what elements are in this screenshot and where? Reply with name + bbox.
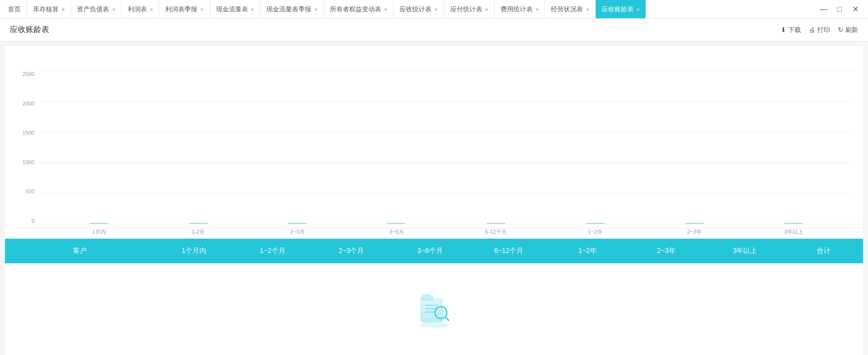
tab-profit[interactable]: 利润表 × (122, 0, 159, 19)
bar-6-12月 (487, 223, 506, 224)
bar-group-2 (148, 223, 248, 224)
y-label-1000: 1000 (23, 159, 37, 165)
tab-home-label: 首页 (8, 5, 21, 14)
grid-line-bottom (39, 224, 853, 224)
bar-group-1 (49, 223, 148, 224)
tab-cashflow-quarterly-close[interactable]: × (314, 6, 317, 12)
print-icon: 🖨 (809, 26, 815, 34)
tab-receivable-stat[interactable]: 应收统计表 × (394, 0, 444, 19)
refresh-label: 刷新 (845, 26, 858, 35)
page-title: 应收账龄表 (10, 25, 49, 35)
tab-profit-label: 利润表 (128, 5, 147, 14)
x-axis-labels: 1月内 1-2月 2~3月 3~6月 6-12个月 1~2年 2~3年 3年以上 (39, 228, 853, 236)
main-content: 2500 2000 1500 1000 500 0 (5, 46, 863, 355)
refresh-button[interactable]: ↻ 刷新 (838, 26, 858, 35)
bar-group-3 (248, 223, 347, 224)
close-button[interactable]: ✕ (848, 2, 862, 16)
bar-1月内 (90, 223, 108, 224)
maximize-button[interactable]: □ (832, 2, 846, 16)
x-label-1: 1月内 (49, 228, 148, 236)
y-label-2500top: 2500 (23, 71, 37, 77)
window-actions: — □ ✕ (817, 2, 866, 16)
print-button[interactable]: 🖨 打印 (809, 26, 830, 35)
col-6-12month: 6~12个月 (470, 247, 548, 255)
tab-balance-label: 资产负债表 (77, 5, 109, 14)
col-2-3month: 2~3个月 (312, 247, 391, 255)
download-icon: ⬇ (781, 26, 786, 34)
tab-expense-stat-close[interactable]: × (536, 6, 539, 12)
col-1-2month: 1~2个月 (233, 247, 312, 255)
tab-cashflow-quarterly[interactable]: 现金流量表季报 × (260, 0, 324, 19)
print-label: 打印 (817, 26, 830, 35)
tab-operations[interactable]: 经营状况表 × (545, 0, 595, 19)
tab-aging-close[interactable]: × (637, 6, 640, 12)
bars-container (39, 71, 853, 224)
tab-profit-quarterly[interactable]: 利润表季报 × (159, 0, 210, 19)
tab-cashflow-label: 现金流量表 (216, 5, 248, 14)
tab-profit-quarterly-close[interactable]: × (200, 6, 203, 12)
empty-state-icon (409, 283, 459, 332)
y-label-1500: 1500 (23, 130, 37, 136)
col-1month: 1个月内 (154, 247, 233, 255)
page-actions: ⬇ 下载 🖨 打印 ↻ 刷新 (781, 26, 858, 35)
bar-2-3月 (288, 223, 307, 224)
tab-receivable-stat-close[interactable]: × (434, 6, 437, 12)
bar-3年以上 (784, 223, 803, 224)
minimize-icon: — (820, 5, 828, 14)
tab-equity[interactable]: 所有者权益变动表 × (324, 0, 394, 19)
empty-state (5, 263, 863, 355)
chart-area: 2500 2000 1500 1000 500 0 (5, 46, 863, 239)
tab-payable-stat-close[interactable]: × (485, 6, 488, 12)
col-2-3year: 2~3年 (627, 247, 706, 255)
bar-2-3年 (685, 223, 704, 224)
minimize-button[interactable]: — (817, 2, 831, 16)
bar-group-6 (545, 223, 645, 224)
table-header: 客户 1个月内 1~2个月 2~3个月 3~6个月 6~12个月 1~2年 2~… (5, 239, 863, 263)
download-label: 下载 (788, 26, 801, 35)
chart-y-axis: 2500 2000 1500 1000 500 0 (15, 71, 37, 224)
tab-profit-quarterly-label: 利润表季报 (165, 5, 197, 14)
page-header: 应收账龄表 ⬇ 下载 🖨 打印 ↻ 刷新 (0, 19, 868, 41)
x-label-5: 6-12个月 (446, 228, 545, 236)
tab-profit-close[interactable]: × (150, 6, 153, 12)
tab-balance[interactable]: 资产负债表 × (71, 0, 121, 19)
chart-grid-and-bars: 1月内 1-2月 2~3月 3~6月 6-12个月 1~2年 2~3年 3年以上 (39, 71, 853, 224)
svg-point-0 (419, 322, 449, 328)
tab-inventory-close[interactable]: × (62, 6, 65, 12)
tab-inventory[interactable]: 库存核算 × (27, 0, 71, 19)
bar-1-2月 (189, 223, 208, 224)
tab-receivable-stat-label: 应收统计表 (399, 5, 432, 14)
tab-expense-stat[interactable]: 费用统计表 × (495, 0, 545, 19)
download-button[interactable]: ⬇ 下载 (781, 26, 801, 35)
col-total: 合计 (784, 247, 863, 255)
col-3-6month: 3~6个月 (391, 247, 470, 255)
tab-equity-close[interactable]: × (384, 6, 387, 12)
x-label-7: 2~3年 (645, 228, 744, 236)
tab-aging-label: 应收账龄表 (602, 5, 634, 14)
y-label-0: 0 (32, 218, 37, 224)
tab-operations-label: 经营状况表 (551, 5, 583, 14)
bar-group-4 (347, 223, 446, 224)
tab-bar: 首页 库存核算 × 资产负债表 × 利润表 × 利润表季报 × 现金流量表 × … (0, 0, 868, 19)
chart-inner: 2500 2000 1500 1000 500 0 (15, 71, 853, 239)
tab-home[interactable]: 首页 (2, 0, 27, 19)
col-1-2year: 1~2年 (548, 247, 627, 255)
bar-3-6月 (387, 223, 406, 224)
close-icon: ✕ (852, 4, 859, 14)
tab-cashflow[interactable]: 现金流量表 × (210, 0, 260, 19)
refresh-icon: ↻ (838, 26, 843, 34)
maximize-icon: □ (837, 5, 842, 14)
tab-balance-close[interactable]: × (112, 6, 115, 12)
y-label-500: 500 (26, 188, 37, 194)
bar-group-8 (744, 223, 843, 224)
bar-group-7 (645, 223, 744, 224)
tab-payable-stat[interactable]: 应付统计表 × (444, 0, 495, 19)
x-label-3: 2~3月 (248, 228, 347, 236)
tab-operations-close[interactable]: × (586, 6, 589, 12)
x-label-2: 1-2月 (148, 228, 248, 236)
tab-aging[interactable]: 应收账龄表 × (596, 0, 646, 19)
tab-cashflow-close[interactable]: × (251, 6, 254, 12)
x-label-6: 1~2年 (545, 228, 645, 236)
y-label-2000: 2000 (23, 101, 37, 106)
tab-cashflow-quarterly-label: 现金流量表季报 (266, 5, 311, 14)
